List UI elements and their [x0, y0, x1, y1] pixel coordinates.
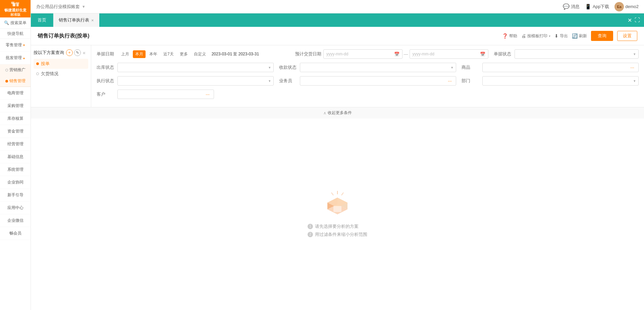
goods-label: 商品	[462, 64, 480, 70]
add-scheme-btn[interactable]: +	[66, 49, 73, 56]
sidebar-item-member[interactable]: 畅会员	[0, 227, 31, 240]
sidebar-search[interactable]: 🔍 搜索菜单	[0, 17, 31, 29]
goods-input[interactable]: ···	[482, 63, 639, 72]
empty-state: 1 请先选择要分析的方案 2 用过滤条件来缩小分析范围	[31, 118, 644, 310]
refresh-label: 刷新	[579, 33, 587, 39]
outbound-chevron-icon: ▾	[269, 65, 271, 70]
help-btn[interactable]: ❓ 帮助	[502, 33, 517, 39]
date-start-input[interactable]: yyyy-mm-dd 📅	[323, 49, 402, 59]
sidebar-item-retail[interactable]: 零售管理 ▾	[0, 39, 31, 52]
sidebar-item-marketing[interactable]: 营销推广	[0, 64, 31, 75]
refresh-btn[interactable]: 🔄 刷新	[572, 33, 587, 39]
customer-input[interactable]: ···	[117, 90, 214, 99]
sidebar-item-wechat[interactable]: 企业微信	[0, 214, 31, 227]
date-this-year-btn[interactable]: 本年	[147, 50, 160, 58]
export-btn[interactable]: ⬇ 导出	[554, 33, 568, 39]
date-end-input[interactable]: yyyy-mm-dd 📅	[410, 49, 489, 59]
query-button[interactable]: 查询	[591, 31, 613, 41]
app-name: 畅捷通好生意	[4, 8, 26, 12]
sidebar-item-newbie[interactable]: 新手引导	[0, 189, 31, 202]
date-range-display: 2023-03-01 至 2023-03-31	[212, 51, 259, 57]
print-btn[interactable]: 🖨 按模板打印 ▾	[521, 33, 550, 39]
filter-scheme-header: 按以下方案查询 + ✎ «	[34, 49, 88, 56]
tab-home[interactable]: 首页	[31, 13, 53, 27]
scheme-item-debt[interactable]: 欠货情况	[34, 69, 88, 79]
sidebar-item-enterprise[interactable]: 企业协同	[0, 176, 31, 189]
goods-dots-icon[interactable]: ···	[629, 65, 636, 70]
sidebar-item-basic[interactable]: 基础信息	[0, 151, 31, 163]
window-expand-icon[interactable]: ⛶	[635, 17, 640, 23]
print-chevron-icon: ▾	[549, 34, 550, 38]
scheme-order-label: 按单	[41, 61, 50, 67]
print-label: 按模板打印	[527, 33, 547, 39]
date-7-days-btn[interactable]: 近7天	[161, 50, 176, 58]
payment-dropdown[interactable]: ▾	[300, 63, 456, 72]
sidebar-retail-label: 零售管理	[6, 42, 22, 48]
date-this-month-btn[interactable]: 本月	[133, 50, 146, 58]
date-start-placeholder: yyyy-mm-dd	[326, 52, 348, 56]
date-last-month-btn[interactable]: 上月	[119, 50, 131, 58]
main-area: 办公用品行业模拟账套 ▾ 💬 消息 📱 App下载 Ea demo2 首页	[31, 0, 644, 310]
collapse-left-btn[interactable]: «	[83, 50, 86, 55]
customer-dots-icon[interactable]: ···	[204, 92, 211, 97]
date-more-btn[interactable]: 更多	[177, 50, 190, 58]
quick-nav[interactable]: 快捷导航	[0, 29, 31, 39]
sidebar-item-ecommerce[interactable]: 电商管理	[0, 87, 31, 100]
exec-chevron-icon: ▾	[269, 79, 271, 83]
topbar-left: 办公用品行业模拟账套 ▾	[36, 4, 85, 10]
help-label: 帮助	[509, 33, 517, 39]
topbar-right: 💬 消息 📱 App下载 Ea demo2	[563, 2, 639, 11]
sidebar-operations-label: 经营管理	[7, 141, 23, 147]
status-chevron-icon: ▾	[634, 52, 636, 56]
calendar-end-icon: 📅	[480, 52, 485, 57]
payment-chevron-icon: ▾	[451, 65, 453, 70]
sidebar-item-operations[interactable]: 经营管理	[0, 138, 31, 151]
message-icon: 💬	[563, 3, 570, 10]
tab-sales-order[interactable]: 销售订单执行表 ×	[53, 13, 99, 27]
scheme-item-order[interactable]: 按单	[34, 59, 88, 69]
sidebar-item-sales[interactable]: 销售管理	[0, 75, 31, 87]
sidebar-item-purchase[interactable]: 采购管理	[0, 100, 31, 112]
breadcrumb-text: 办公用品行业模拟账套	[36, 4, 80, 10]
collapse-more-bar[interactable]: ∧ 收起更多条件	[31, 107, 644, 118]
exec-dropdown[interactable]: ▾	[117, 76, 274, 86]
edit-scheme-btn[interactable]: ✎	[74, 49, 81, 56]
filter-date-field: 单据日期 上月 本月 本年 近7天 更多 自定义 2023-03-01 至 20…	[97, 50, 290, 58]
sidebar-marketing-label: 营销推广	[9, 67, 25, 73]
sidebar-inventory-label: 库存核算	[7, 116, 23, 121]
sidebar-item-appstore[interactable]: 应用中心	[0, 202, 31, 214]
tab-close-icon[interactable]: ×	[91, 18, 94, 23]
date-range-inputs: yyyy-mm-dd 📅 — yyyy-mm-dd 📅	[323, 49, 488, 59]
date-custom-btn[interactable]: 自定义	[192, 50, 208, 58]
sidebar-item-inventory[interactable]: 库存核算	[0, 112, 31, 125]
sidebar-wholesale-label: 批发管理	[6, 55, 22, 61]
active-tab-label: 销售订单执行表	[59, 17, 89, 23]
user-profile[interactable]: Ea demo2	[614, 2, 639, 11]
chevron-up-icon: ▴	[23, 56, 25, 60]
filter-payment-field: 收款状态 ▾	[279, 63, 456, 72]
settings-button[interactable]: 设置	[617, 31, 637, 41]
filter-scheme-title: 按以下方案查询	[34, 50, 64, 56]
message-btn[interactable]: 💬 消息	[563, 3, 580, 10]
expected-date-label: 预计交货日期	[295, 51, 321, 57]
sidebar-item-system[interactable]: 系统管理	[0, 163, 31, 176]
app-download-btn[interactable]: 📱 App下载	[585, 4, 609, 10]
breadcrumb-arrow-icon[interactable]: ▾	[83, 4, 85, 9]
sidebar-item-wholesale[interactable]: 批发管理 ▴	[0, 52, 31, 64]
salesperson-dots-icon[interactable]: ···	[446, 78, 453, 84]
salesperson-label: 业务员	[279, 78, 298, 84]
sidebar-item-finance[interactable]: 资金管理	[0, 125, 31, 138]
topbar: 办公用品行业模拟账套 ▾ 💬 消息 📱 App下载 Ea demo2	[31, 0, 644, 13]
dept-dropdown[interactable]: ▾	[482, 76, 639, 86]
payment-label: 收款状态	[279, 64, 298, 70]
outbound-label: 出库状态	[97, 64, 115, 70]
status-dropdown[interactable]: ▾	[515, 49, 639, 59]
collapse-more-label: 收起更多条件	[328, 110, 352, 116]
sidebar-member-label: 畅会员	[9, 230, 21, 236]
search-menu-label: 搜索菜单	[10, 20, 26, 25]
svg-line-10	[331, 193, 333, 195]
salesperson-input[interactable]: ···	[300, 76, 456, 86]
outbound-dropdown[interactable]: ▾	[117, 63, 274, 72]
window-close-icon[interactable]: ✕	[628, 17, 632, 23]
filter-salesperson-field: 业务员 ···	[279, 76, 456, 86]
